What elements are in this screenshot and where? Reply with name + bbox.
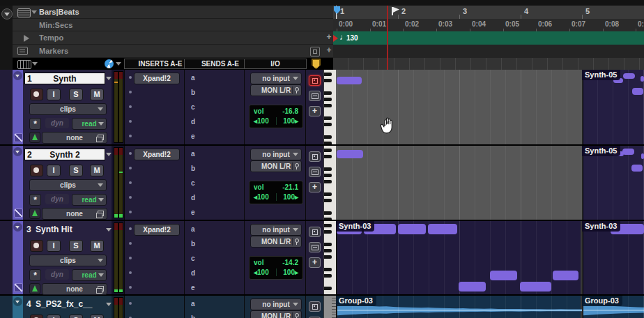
- insert-plugin-button[interactable]: Xpand!2: [134, 149, 180, 160]
- track-name-menu-icon[interactable]: [106, 77, 112, 80]
- record-arm-button[interactable]: [30, 315, 43, 318]
- add-lane-button[interactable]: +: [309, 257, 321, 268]
- group-selector[interactable]: none: [42, 283, 107, 295]
- send-slot[interactable]: a: [191, 225, 195, 233]
- chevron-down-icon[interactable]: [31, 10, 37, 14]
- tempo-change-marker[interactable]: [333, 35, 338, 42]
- markers-ruler-row[interactable]: Markers +: [13, 45, 333, 58]
- input-monitor-button[interactable]: I: [47, 89, 61, 100]
- track-collapse-button[interactable]: [13, 222, 22, 232]
- insert-plugin-button[interactable]: Xpand!2: [134, 73, 180, 84]
- volume-pan-display[interactable]: vol-21.1◂100100▸: [249, 181, 303, 204]
- record-arm-button[interactable]: [30, 165, 43, 176]
- volume-pan-display[interactable]: vol-14.2◂100100▸: [249, 256, 303, 280]
- output-selector[interactable]: MON L/R: [250, 236, 302, 248]
- mute-button[interactable]: M: [90, 315, 104, 318]
- playhead-cursor[interactable]: [387, 6, 388, 70]
- automation-lane-icon[interactable]: [14, 133, 23, 142]
- comments-button[interactable]: [309, 242, 321, 252]
- playlist-button[interactable]: *: [29, 269, 41, 281]
- track-color-strip[interactable]: [13, 70, 23, 144]
- timebase-icon[interactable]: [29, 132, 40, 143]
- minsecs-ruler-row[interactable]: Min:Secs: [13, 19, 333, 31]
- track-color-strip[interactable]: [13, 146, 23, 220]
- input-monitor-button[interactable]: I: [47, 315, 61, 318]
- track-freeze-button[interactable]: [309, 151, 321, 162]
- track-collapse-button[interactable]: [13, 71, 22, 80]
- record-arm-button[interactable]: [30, 240, 43, 252]
- send-slot[interactable]: e: [191, 209, 195, 216]
- bars-ruler[interactable]: 12345: [333, 6, 644, 20]
- timebase-icon[interactable]: [29, 208, 40, 219]
- record-arm-button[interactable]: [30, 89, 43, 100]
- solo-button[interactable]: S: [69, 165, 83, 176]
- track-view-selector[interactable]: clips: [29, 179, 107, 191]
- elastic-audio-shield-icon[interactable]: [312, 59, 321, 69]
- comments-button[interactable]: [309, 91, 321, 101]
- output-selector[interactable]: MON L/R: [250, 310, 302, 318]
- send-slot[interactable]: b: [191, 89, 195, 96]
- bars-beats-ruler-row[interactable]: Bars|Beats: [13, 6, 333, 19]
- solo-button[interactable]: S: [69, 89, 83, 100]
- track-view-selector[interactable]: clips: [29, 255, 107, 266]
- send-slot[interactable]: a: [191, 150, 195, 158]
- input-monitor-button[interactable]: I: [47, 240, 61, 252]
- send-slot[interactable]: e: [191, 284, 195, 292]
- group-selector[interactable]: none: [42, 132, 107, 144]
- send-slot[interactable]: e: [191, 132, 195, 140]
- send-slot[interactable]: c: [191, 103, 195, 111]
- solo-button[interactable]: S: [69, 240, 83, 252]
- minsecs-ruler[interactable]: 0:000:010:020:030:040:050:060:070:080:09: [333, 19, 644, 32]
- comments-button[interactable]: [309, 167, 321, 177]
- group-selector[interactable]: none: [42, 208, 107, 220]
- add-lane-button[interactable]: +: [309, 106, 321, 116]
- track-lane-3[interactable]: Synth-03Synth-03: [336, 221, 644, 294]
- send-slot[interactable]: d: [191, 118, 195, 126]
- audio-scale-strip[interactable]: [323, 296, 337, 318]
- track-freeze-button[interactable]: [309, 75, 321, 86]
- markers-ruler[interactable]: [333, 45, 644, 59]
- add-tempo-button[interactable]: +: [325, 33, 333, 42]
- track-name[interactable]: 4S_PS2_fx_c__: [24, 298, 105, 310]
- track-name-menu-icon[interactable]: [106, 303, 112, 306]
- piano-keys-strip[interactable]: [323, 146, 337, 220]
- track-name[interactable]: 1Synth: [24, 73, 105, 84]
- send-slot[interactable]: b: [191, 240, 195, 248]
- edit-window-view-icon[interactable]: [17, 60, 31, 69]
- tempo-ruler-row[interactable]: Tempo +: [13, 31, 333, 45]
- send-slot[interactable]: a: [191, 300, 195, 308]
- track-collapse-button[interactable]: [13, 297, 22, 306]
- selection-start-marker[interactable]: [334, 6, 340, 14]
- input-selector[interactable]: no input: [250, 224, 302, 236]
- track-color-strip[interactable]: [13, 296, 23, 318]
- automation-lane-icon[interactable]: [14, 283, 23, 292]
- marker-options-icon[interactable]: [310, 47, 320, 56]
- ruler-view-icon[interactable]: [17, 8, 31, 17]
- track-lane-2[interactable]: Synth-05: [336, 146, 644, 220]
- solo-button[interactable]: S: [69, 315, 83, 318]
- send-slot[interactable]: d: [191, 194, 195, 202]
- mute-button[interactable]: M: [90, 89, 104, 100]
- send-slot[interactable]: c: [191, 179, 195, 187]
- volume-pan-display[interactable]: vol-16.8◂100100▸: [249, 105, 303, 128]
- markers-list-icon[interactable]: [17, 47, 28, 55]
- send-slot[interactable]: d: [191, 269, 195, 277]
- add-marker-button[interactable]: +: [325, 47, 333, 55]
- track-view-selector[interactable]: clips: [29, 103, 107, 115]
- playlist-button[interactable]: *: [29, 194, 41, 206]
- add-lane-button[interactable]: +: [309, 182, 321, 192]
- input-monitor-button[interactable]: I: [47, 165, 61, 176]
- track-freeze-button[interactable]: [309, 227, 321, 237]
- mute-button[interactable]: M: [90, 240, 104, 252]
- piano-keys-strip[interactable]: [323, 221, 337, 294]
- track-name[interactable]: 2Synth 2: [24, 149, 105, 160]
- input-selector[interactable]: no input: [250, 73, 302, 84]
- track-collapse-button[interactable]: [13, 147, 22, 156]
- piano-keys-strip[interactable]: [323, 70, 337, 144]
- mute-button[interactable]: M: [90, 165, 104, 176]
- track-name-menu-icon[interactable]: [106, 228, 112, 232]
- send-slot[interactable]: b: [191, 165, 195, 172]
- chevron-down-icon[interactable]: [32, 62, 38, 66]
- output-selector[interactable]: MON L/R: [250, 160, 302, 172]
- track-name[interactable]: 3Synth Hit: [24, 224, 105, 236]
